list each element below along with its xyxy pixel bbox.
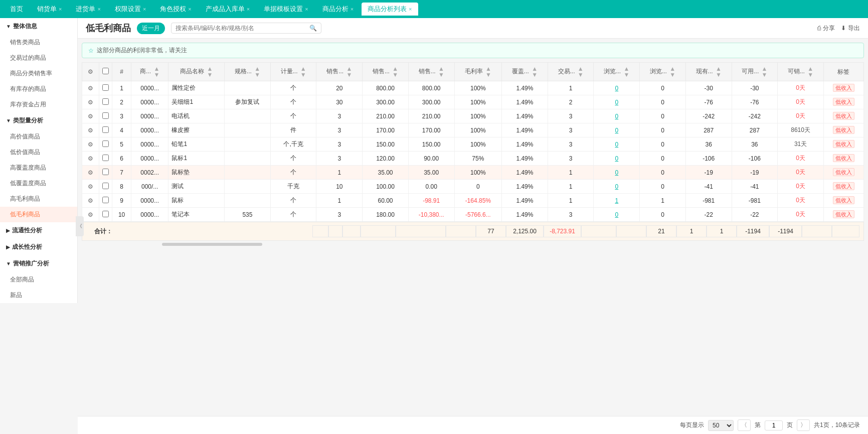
browse1-cell[interactable]: 0 <box>594 81 640 95</box>
nav-role[interactable]: 角色授权 × <box>154 3 197 16</box>
browse2-column-header[interactable]: 浏览... ▲▼ <box>640 63 686 81</box>
sidebar-item-high-value[interactable]: 高价值商品 <box>0 129 77 144</box>
gear-icon[interactable]: ⚙ <box>88 169 93 176</box>
settings-cell[interactable]: ⚙ <box>82 137 99 152</box>
sales-count-column-header[interactable]: 销售... ▲▼ <box>316 63 363 81</box>
gear-icon[interactable]: ⚙ <box>88 85 93 92</box>
spec-column-header[interactable]: 规格... ▲▼ <box>225 63 271 81</box>
sidebar-item-new-goods[interactable]: 新品 <box>0 287 77 303</box>
gear-icon[interactable]: ⚙ <box>88 211 93 218</box>
checkbox-cell[interactable] <box>99 109 112 123</box>
sales-price-column-header[interactable]: 销售... ▲▼ <box>363 63 409 81</box>
row-checkbox[interactable] <box>102 112 109 119</box>
code-column-header[interactable]: 商... ▲▼ <box>131 63 168 81</box>
nav-product-entry[interactable]: 产成品入库单 × <box>200 3 256 16</box>
sidebar-item-category-rate[interactable]: 商品分类销售率 <box>0 66 77 81</box>
table-wrapper[interactable]: ⚙ # 商... ▲▼ 商品名称 ▲▼ 规格... ▲▼ 计量... ▲▼ 销售… <box>78 62 868 416</box>
row-checkbox[interactable] <box>102 169 109 175</box>
settings-cell[interactable]: ⚙ <box>82 166 99 180</box>
browse1-cell[interactable]: 1 <box>594 194 640 208</box>
settings-cell[interactable]: ⚙ <box>82 123 99 137</box>
available-column-header[interactable]: 可用... ▲▼ <box>732 63 778 81</box>
row-checkbox[interactable] <box>102 183 109 189</box>
nav-purchase[interactable]: 进货单 × <box>70 3 106 16</box>
checkbox-cell[interactable] <box>99 152 112 166</box>
sidebar-section-overall[interactable]: ▼ 整体信息 <box>0 18 77 35</box>
search-box[interactable]: 🔍 <box>171 23 321 34</box>
sidebar-item-stock-fund[interactable]: 库存资金占用 <box>0 97 77 112</box>
close-icon[interactable]: × <box>59 6 62 12</box>
share-button[interactable]: ⎙ 分享 <box>817 24 835 33</box>
checkbox-cell[interactable] <box>99 166 112 180</box>
sales-profit-column-header[interactable]: 销售... ▲▼ <box>408 63 454 81</box>
close-icon[interactable]: × <box>409 6 412 12</box>
sidebar-item-low-value[interactable]: 低价值商品 <box>0 144 77 160</box>
sidebar-item-sales-goods[interactable]: 销售类商品 <box>0 35 77 50</box>
sidebar-item-high-margin[interactable]: 高毛利商品 <box>0 191 77 207</box>
gear-icon[interactable]: ⚙ <box>88 141 93 148</box>
close-icon[interactable]: × <box>143 6 146 12</box>
row-checkbox[interactable] <box>102 211 109 217</box>
nav-template[interactable]: 单据模板设置 × <box>258 3 314 16</box>
search-input[interactable] <box>176 25 309 32</box>
checkbox-cell[interactable] <box>99 180 112 194</box>
next-page-button[interactable]: 〉 <box>797 419 810 431</box>
nav-home[interactable]: 首页 <box>4 3 29 16</box>
settings-column-header[interactable]: ⚙ <box>82 63 99 81</box>
sidebar-item-low-coverage[interactable]: 低覆盖度商品 <box>0 176 77 191</box>
gear-icon[interactable]: ⚙ <box>88 113 93 120</box>
gear-icon[interactable]: ⚙ <box>88 68 93 75</box>
browse1-cell[interactable]: 0 <box>594 152 640 166</box>
settings-cell[interactable]: ⚙ <box>82 109 99 123</box>
browse1-cell[interactable]: 0 <box>594 137 640 152</box>
settings-cell[interactable]: ⚙ <box>82 194 99 208</box>
sellable-column-header[interactable]: 可销... ▲▼ <box>778 63 824 81</box>
settings-cell[interactable]: ⚙ <box>82 152 99 166</box>
settings-cell[interactable]: ⚙ <box>82 81 99 95</box>
browse1-cell[interactable]: 0 <box>594 109 640 123</box>
close-icon[interactable]: × <box>188 6 191 12</box>
checkbox-cell[interactable] <box>99 137 112 152</box>
browse1-cell[interactable]: 0 <box>594 208 640 222</box>
close-icon[interactable]: × <box>305 6 308 12</box>
checkbox-cell[interactable] <box>99 95 112 109</box>
settings-cell[interactable]: ⚙ <box>82 180 99 194</box>
sidebar-item-high-coverage[interactable]: 高覆盖度商品 <box>0 160 77 176</box>
checkbox-cell[interactable] <box>99 123 112 137</box>
row-checkbox[interactable] <box>102 197 109 203</box>
sidebar-section-growth[interactable]: ▶ 成长性分析 <box>0 239 77 255</box>
gear-icon[interactable]: ⚙ <box>88 197 93 204</box>
sidebar-item-low-margin[interactable]: 低毛利商品 <box>0 207 77 222</box>
nav-sales[interactable]: 销货单 × <box>31 3 68 16</box>
select-all-checkbox[interactable] <box>102 68 109 74</box>
browse1-cell[interactable]: 0 <box>594 123 640 137</box>
row-checkbox[interactable] <box>102 84 109 91</box>
export-button[interactable]: ⬇ 导出 <box>841 24 860 33</box>
sidebar-item-traded-goods[interactable]: 交易过的商品 <box>0 50 77 66</box>
sidebar-collapse-button[interactable]: 《 <box>76 216 84 236</box>
page-number-input[interactable] <box>765 420 783 430</box>
gear-icon[interactable]: ⚙ <box>88 155 93 162</box>
period-button[interactable]: 近一月 <box>137 23 165 34</box>
coverage-column-header[interactable]: 覆盖... ▲▼ <box>502 63 548 81</box>
sidebar-section-type-analysis[interactable]: ▼ 类型量分析 <box>0 112 77 129</box>
nav-product-analysis[interactable]: 商品分析 × <box>316 3 360 16</box>
browse1-cell[interactable]: 0 <box>594 166 640 180</box>
name-column-header[interactable]: 商品名称 ▲▼ <box>168 63 225 81</box>
gear-icon[interactable]: ⚙ <box>88 183 93 190</box>
row-checkbox[interactable] <box>102 98 109 105</box>
search-icon[interactable]: 🔍 <box>309 25 317 32</box>
sidebar-item-in-stock[interactable]: 有库存的商品 <box>0 81 77 97</box>
gear-icon[interactable]: ⚙ <box>88 99 93 106</box>
row-checkbox[interactable] <box>102 126 109 133</box>
current-stock-column-header[interactable]: 现有... ▲▼ <box>685 63 732 81</box>
settings-cell[interactable]: ⚙ <box>82 208 99 222</box>
checkbox-column-header[interactable] <box>99 63 112 81</box>
settings-cell[interactable]: ⚙ <box>82 95 99 109</box>
prev-page-button[interactable]: 〈 <box>738 419 751 431</box>
sidebar-section-marketing[interactable]: ▼ 营销推广分析 <box>0 255 77 272</box>
checkbox-cell[interactable] <box>99 208 112 222</box>
close-icon[interactable]: × <box>247 6 250 12</box>
browse1-column-header[interactable]: 浏览... ▲▼ <box>594 63 640 81</box>
unit-column-header[interactable]: 计量... ▲▼ <box>270 63 316 81</box>
